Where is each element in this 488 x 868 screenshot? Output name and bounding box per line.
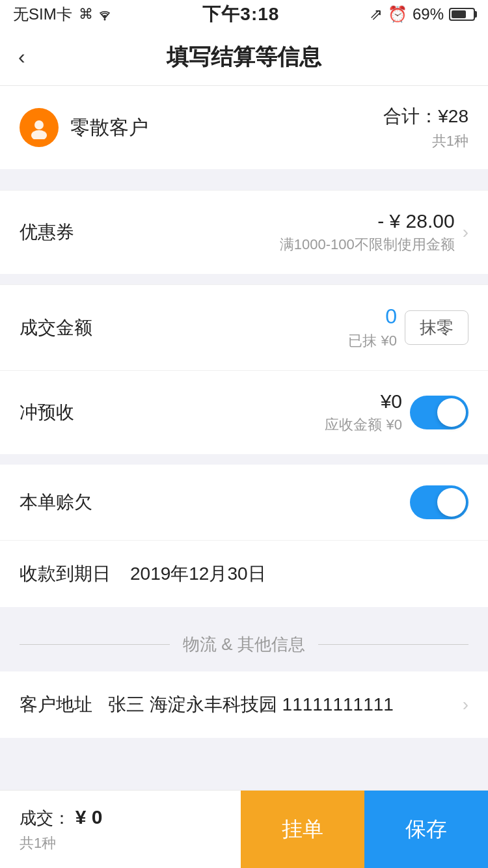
divider-line-right — [318, 644, 468, 645]
credit-toggle[interactable] — [410, 485, 468, 519]
deal-amount-label: 成交金额 — [20, 316, 92, 340]
bottom-deal-line: 成交： ¥ 0 — [20, 806, 221, 830]
customer-name: 零散客户 — [70, 115, 148, 141]
address-value: 张三 海淀永丰科技园 11111111111 — [108, 692, 463, 717]
coupon-desc: 满1000-100不限制使用金额 — [280, 235, 455, 254]
address-label: 客户地址 — [20, 692, 92, 717]
coupon-chevron: › — [463, 222, 468, 243]
pending-button[interactable]: 挂单 — [241, 791, 364, 868]
divider-line-left — [20, 644, 170, 645]
coupon-value-block: - ¥ 28.00 满1000-100不限制使用金额 — [280, 210, 455, 254]
prepay-right: ¥0 应收金额 ¥0 — [325, 390, 468, 435]
coupon-right: - ¥ 28.00 满1000-100不限制使用金额 › — [280, 210, 468, 254]
avatar — [20, 108, 59, 147]
deal-amount-value[interactable]: 0 — [348, 305, 397, 329]
svg-point-2 — [31, 130, 47, 139]
prepay-amount-block: ¥0 应收金额 ¥0 — [325, 390, 402, 435]
customer-info: 零散客户 — [20, 108, 148, 147]
battery-percent: 69% — [413, 5, 444, 23]
save-button[interactable]: 保存 — [364, 791, 488, 868]
bottom-deal-label: 成交： — [20, 808, 70, 828]
logistics-divider: 物流 & 其他信息 — [0, 617, 488, 671]
due-date-value: 2019年12月30日 — [130, 562, 266, 586]
status-right: ⇗ ⏰ 69% — [370, 5, 475, 23]
round-off-button[interactable]: 抹零 — [405, 310, 468, 345]
bottom-deal-amount: ¥ 0 — [75, 806, 103, 828]
status-bar: 无SIM卡 ⌘ 下午3:18 ⇗ ⏰ 69% — [0, 0, 488, 29]
due-date-label: 收款到期日 — [20, 562, 111, 586]
coupon-amount: - ¥ 28.00 — [280, 210, 455, 232]
page-title: 填写结算等信息 — [167, 42, 321, 72]
coupon-label: 优惠券 — [20, 220, 74, 245]
svg-point-1 — [34, 120, 44, 129]
total-count: 共1种 — [383, 131, 468, 151]
deal-amount-row: 成交金额 0 已抹 ¥0 抹零 — [0, 284, 488, 370]
deal-amount-sub: 已抹 ¥0 — [348, 331, 397, 351]
location-icon: ⇗ — [370, 5, 383, 23]
prepay-amount: ¥0 — [325, 390, 402, 413]
signal-text: 无SIM卡 — [13, 4, 72, 25]
coupon-row[interactable]: 优惠券 - ¥ 28.00 满1000-100不限制使用金额 › — [0, 190, 488, 274]
prepay-row: 冲预收 ¥0 应收金额 ¥0 — [0, 370, 488, 454]
wifi-icon: ⌘ — [79, 6, 113, 23]
back-button[interactable]: ‹ — [18, 45, 25, 69]
bottom-count: 共1种 — [20, 834, 221, 853]
prepay-sub: 应收金额 ¥0 — [325, 415, 402, 435]
prepay-label: 冲预收 — [20, 400, 74, 425]
customer-row: 零散客户 合计：¥28 共1种 — [0, 86, 488, 169]
customer-total: 合计：¥28 共1种 — [383, 104, 468, 151]
alarm-icon: ⏰ — [388, 5, 407, 23]
credit-label: 本单赊欠 — [20, 490, 92, 515]
prepay-toggle[interactable] — [410, 396, 468, 429]
deal-amount-right: 0 已抹 ¥0 抹零 — [348, 305, 468, 351]
logistics-label: 物流 & 其他信息 — [183, 633, 305, 656]
address-row[interactable]: 客户地址 张三 海淀永丰科技园 11111111111 › — [0, 671, 488, 738]
battery-icon — [449, 8, 475, 21]
toggle-knob — [437, 398, 466, 427]
nav-bar: ‹ 填写结算等信息 — [0, 29, 488, 86]
bottom-info: 成交： ¥ 0 共1种 — [0, 791, 241, 868]
credit-toggle-knob — [437, 488, 466, 517]
total-amount: 合计：¥28 — [383, 104, 468, 129]
status-left: 无SIM卡 ⌘ — [13, 4, 113, 25]
due-date-row: 收款到期日 2019年12月30日 — [0, 540, 488, 607]
status-time: 下午3:18 — [202, 2, 279, 27]
address-chevron: › — [463, 694, 468, 715]
bottom-bar: 成交： ¥ 0 共1种 挂单 保存 — [0, 790, 488, 868]
credit-row: 本单赊欠 — [0, 465, 488, 540]
svg-point-0 — [103, 19, 105, 21]
deal-amount-block: 0 已抹 ¥0 — [348, 305, 397, 351]
